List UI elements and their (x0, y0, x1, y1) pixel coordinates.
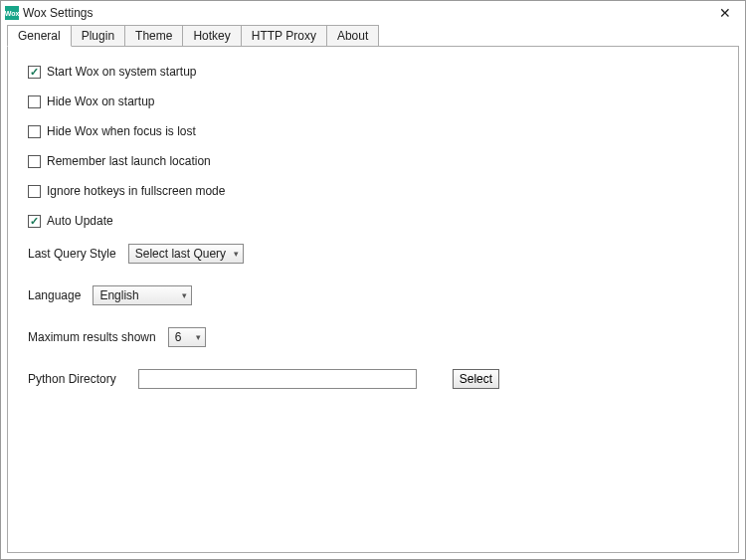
select-python-dir-button[interactable]: Select (453, 369, 499, 389)
checkbox-auto-update[interactable]: Auto Update (28, 214, 718, 228)
checkbox-label: Ignore hotkeys in fullscreen mode (47, 184, 225, 198)
row-python-directory: Python Directory Select (28, 369, 718, 389)
select-value: Select last Query (135, 247, 226, 261)
checkbox-icon (28, 95, 41, 108)
tab-content-general: Start Wox on system startup Hide Wox on … (7, 47, 739, 553)
checkbox-start-on-startup[interactable]: Start Wox on system startup (28, 65, 718, 79)
chevron-down-icon: ▾ (234, 249, 239, 259)
checkbox-icon (28, 125, 41, 138)
label-last-query-style: Last Query Style (28, 247, 116, 261)
select-value: 6 (175, 330, 182, 344)
titlebar: Wox Wox Settings ✕ (1, 1, 745, 25)
input-python-directory[interactable] (138, 369, 417, 389)
row-last-query-style: Last Query Style Select last Query ▾ (28, 244, 718, 264)
tab-strip: General Plugin Theme Hotkey HTTP Proxy A… (1, 25, 745, 47)
checkbox-label: Hide Wox when focus is lost (47, 124, 196, 138)
row-language: Language English ▾ (28, 285, 718, 305)
checkbox-ignore-fullscreen[interactable]: Ignore hotkeys in fullscreen mode (28, 184, 718, 198)
select-language[interactable]: English ▾ (93, 285, 192, 305)
checkbox-hide-on-startup[interactable]: Hide Wox on startup (28, 94, 718, 108)
tab-general[interactable]: General (7, 25, 72, 47)
checkbox-remember-location[interactable]: Remember last launch location (28, 154, 718, 168)
checkbox-label: Remember last launch location (47, 154, 211, 168)
label-max-results: Maximum results shown (28, 330, 156, 344)
checkbox-icon (28, 66, 41, 79)
tab-theme[interactable]: Theme (124, 25, 183, 47)
select-last-query-style[interactable]: Select last Query ▾ (128, 244, 244, 264)
titlebar-left: Wox Wox Settings (5, 6, 93, 20)
checkbox-icon (28, 155, 41, 168)
checkbox-label: Start Wox on system startup (47, 65, 197, 79)
select-value: English (99, 288, 138, 302)
checkbox-label: Hide Wox on startup (47, 94, 155, 108)
checkbox-icon (28, 185, 41, 198)
close-icon: ✕ (719, 5, 731, 21)
app-icon: Wox (5, 6, 19, 20)
tab-hotkey[interactable]: Hotkey (182, 25, 241, 47)
close-button[interactable]: ✕ (711, 3, 739, 23)
chevron-down-icon: ▾ (182, 290, 187, 300)
checkbox-hide-on-focus-lost[interactable]: Hide Wox when focus is lost (28, 124, 718, 138)
checkbox-label: Auto Update (47, 214, 113, 228)
tab-plugin[interactable]: Plugin (71, 25, 125, 47)
tab-http-proxy[interactable]: HTTP Proxy (241, 25, 327, 47)
chevron-down-icon: ▾ (196, 332, 201, 342)
row-max-results: Maximum results shown 6 ▾ (28, 327, 718, 347)
select-max-results[interactable]: 6 ▾ (168, 327, 206, 347)
label-python-directory: Python Directory (28, 372, 116, 386)
checkbox-icon (28, 215, 41, 228)
tab-about[interactable]: About (326, 25, 379, 47)
label-language: Language (28, 288, 81, 302)
window-title: Wox Settings (23, 6, 93, 20)
